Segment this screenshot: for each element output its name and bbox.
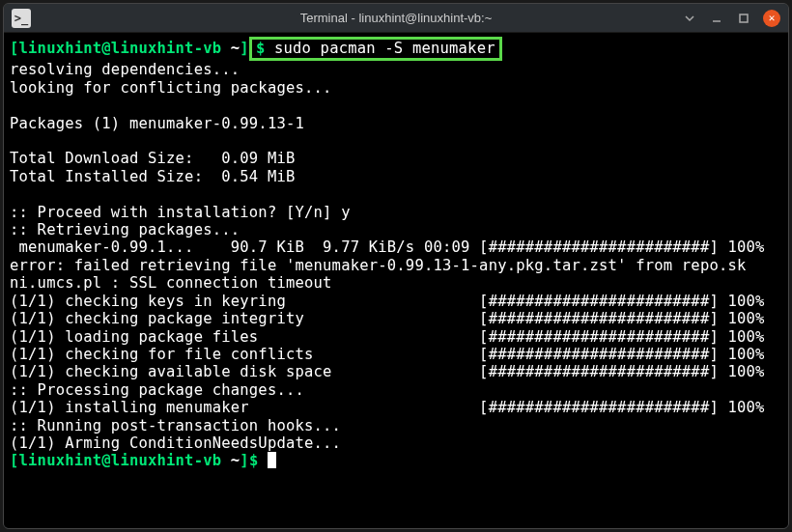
prompt-user-host: linuxhint@linuxhint-vb	[19, 452, 222, 469]
prompt-symbol: $	[249, 452, 268, 469]
dropdown-button[interactable]	[682, 11, 697, 26]
output-line: menumaker-0.99.1... 90.7 KiB 9.77 KiB/s …	[10, 238, 765, 256]
close-button[interactable]: ✕	[763, 10, 780, 27]
output-line: looking for conflicting packages...	[10, 79, 332, 97]
terminal-icon: >_	[12, 9, 31, 28]
output-line: :: Retrieving packages...	[10, 221, 240, 238]
cursor	[268, 452, 276, 468]
output-line: resolving dependencies...	[10, 61, 240, 78]
output-line: (1/1) checking for file conflicts [#####…	[10, 346, 765, 363]
command-highlight: $ sudo pacman -S menumaker	[249, 37, 502, 61]
window-controls: ✕	[682, 10, 780, 27]
maximize-button[interactable]	[736, 11, 751, 26]
titlebar[interactable]: >_ Terminal - linuxhint@linuxhint-vb:~ ✕	[4, 4, 788, 33]
svg-rect-1	[740, 14, 748, 22]
output-line: (1/1) checking available disk space [###…	[10, 363, 765, 380]
terminal-output[interactable]: [linuxhint@linuxhint-vb ~]$ sudo pacman …	[4, 33, 788, 528]
minimize-button[interactable]	[709, 11, 724, 26]
prompt-bracket-open: [	[10, 452, 19, 469]
prompt-bracket-close: ]	[240, 40, 249, 57]
output-line: :: Running post-transaction hooks...	[10, 417, 341, 434]
output-line: Total Download Size: 0.09 MiB	[10, 150, 296, 167]
prompt-path: ~	[221, 40, 240, 57]
output-line: (1/1) loading package files [###########…	[10, 328, 765, 346]
prompt-bracket-open: [	[10, 40, 19, 57]
output-line: error: failed retrieving file 'menumaker…	[10, 257, 747, 274]
output-line: Packages (1) menumaker-0.99.13-1	[10, 115, 304, 132]
terminal-window: >_ Terminal - linuxhint@linuxhint-vb:~ ✕…	[3, 3, 789, 529]
prompt-bracket-close: ]	[240, 452, 249, 469]
output-line: ni.umcs.pl : SSL connection timeout	[10, 274, 332, 292]
output-line: (1/1) installing menumaker [############…	[10, 399, 765, 416]
window-title: Terminal - linuxhint@linuxhint-vb:~	[300, 11, 493, 25]
output-line: :: Processing package changes...	[10, 381, 304, 399]
output-line: Total Installed Size: 0.54 MiB	[10, 168, 296, 185]
output-line: (1/1) checking keys in keyring [########…	[10, 293, 765, 310]
output-line: (1/1) checking package integrity [######…	[10, 310, 765, 327]
prompt-path: ~	[221, 452, 240, 469]
prompt-symbol: $	[256, 40, 274, 57]
output-line: :: Proceed with installation? [Y/n] y	[10, 204, 351, 221]
output-line: (1/1) Arming ConditionNeedsUpdate...	[10, 434, 341, 452]
command-text: sudo pacman -S menumaker	[274, 40, 495, 57]
prompt-user-host: linuxhint@linuxhint-vb	[19, 40, 222, 57]
